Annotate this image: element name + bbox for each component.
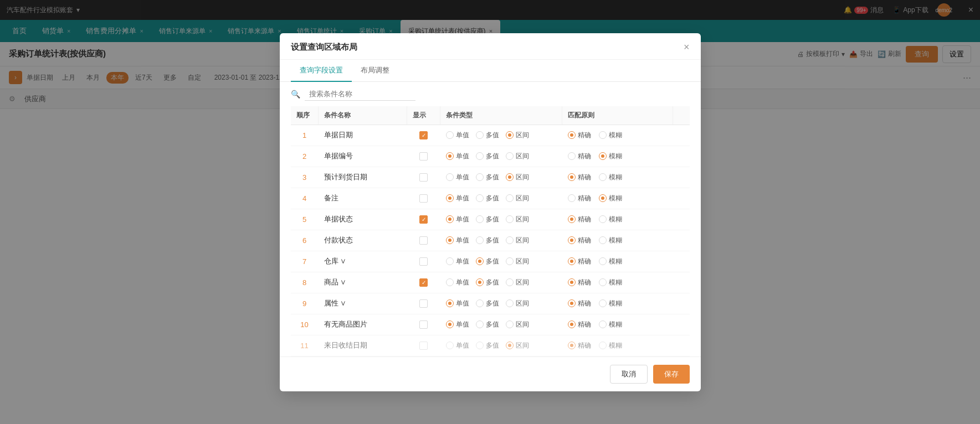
radio-range-11[interactable]: 区间: [506, 341, 529, 350]
radio-multi-6[interactable]: 多值: [476, 236, 499, 245]
radio-multi-3[interactable]: 多值: [476, 173, 499, 182]
radio-fuzzy-6[interactable]: 模糊: [599, 236, 622, 245]
col-header-type: 条件类型: [440, 106, 562, 125]
radio-range-6[interactable]: 区间: [506, 236, 529, 245]
col-header-order: 顺序: [291, 106, 319, 125]
radio-single-9[interactable]: 单值: [446, 299, 469, 308]
radio-fuzzy-4[interactable]: 模糊: [599, 194, 622, 203]
radio-range-10[interactable]: 区间: [506, 320, 529, 329]
cancel-btn[interactable]: 取消: [610, 365, 648, 384]
radio-exact-7[interactable]: 精确: [568, 257, 591, 266]
radio-exact-8[interactable]: 精确: [568, 278, 591, 287]
radio-fuzzy-10[interactable]: 模糊: [599, 320, 622, 329]
checkbox-5[interactable]: [419, 215, 428, 224]
radio-multi-9[interactable]: 多值: [476, 299, 499, 308]
dialog-header: 设置查询区域布局 ×: [280, 33, 701, 60]
radio-fuzzy-11[interactable]: 模糊: [599, 341, 622, 350]
table-row: 2 单据编号 单值 多值 区间 精确 模糊: [291, 146, 690, 167]
row-name-1: 单据日期: [319, 127, 407, 143]
checkbox-3[interactable]: [419, 173, 428, 182]
radio-range-1[interactable]: 区间: [506, 131, 529, 140]
radio-fuzzy-3[interactable]: 模糊: [599, 173, 622, 182]
row-match-2: 精确 模糊: [562, 148, 673, 164]
row-order-8: 8: [291, 275, 319, 290]
row-name-11: 来日收结日期: [319, 337, 407, 354]
radio-range-8[interactable]: 区间: [506, 278, 529, 287]
radio-single-10[interactable]: 单值: [446, 320, 469, 329]
search-input[interactable]: [305, 87, 415, 101]
row-order-10: 10: [291, 317, 319, 332]
row-order-7: 7: [291, 254, 319, 269]
radio-single-3[interactable]: 单值: [446, 173, 469, 182]
radio-single-4[interactable]: 单值: [446, 194, 469, 203]
radio-multi-10[interactable]: 多值: [476, 320, 499, 329]
radio-range-2[interactable]: 区间: [506, 152, 529, 161]
row-type-11: 单值 多值 区间: [440, 338, 562, 354]
save-btn[interactable]: 保存: [653, 365, 690, 384]
row-display-4: [407, 191, 440, 206]
row-type-6: 单值 多值 区间: [440, 232, 562, 249]
checkbox-2[interactable]: [419, 152, 428, 161]
radio-multi-8[interactable]: 多值: [476, 278, 499, 287]
radio-single-2[interactable]: 单值: [446, 152, 469, 161]
table-row: 11 来日收结日期 单值 多值 区间 精确 模糊: [291, 335, 690, 356]
checkbox-7[interactable]: [419, 257, 428, 266]
radio-single-5[interactable]: 单值: [446, 215, 469, 224]
radio-fuzzy-2[interactable]: 模糊: [599, 152, 622, 161]
row-display-9: [407, 296, 440, 311]
radio-single-11[interactable]: 单值: [446, 341, 469, 350]
radio-fuzzy-5[interactable]: 模糊: [599, 215, 622, 224]
row-match-6: 精确 模糊: [562, 232, 673, 249]
radio-multi-5[interactable]: 多值: [476, 215, 499, 224]
radio-fuzzy-8[interactable]: 模糊: [599, 278, 622, 287]
radio-range-3[interactable]: 区间: [506, 173, 529, 182]
checkbox-6[interactable]: [419, 236, 428, 245]
dialog-close-btn[interactable]: ×: [684, 42, 690, 52]
row-match-8: 精确 模糊: [562, 275, 673, 291]
radio-single-6[interactable]: 单值: [446, 236, 469, 245]
radio-exact-1[interactable]: 精确: [568, 131, 591, 140]
row-display-1: [407, 128, 440, 143]
radio-range-4[interactable]: 区间: [506, 194, 529, 203]
checkbox-9[interactable]: [419, 299, 428, 308]
dialog-title: 设置查询区域布局: [291, 42, 357, 53]
radio-exact-10[interactable]: 精确: [568, 320, 591, 329]
row-order-5: 5: [291, 212, 319, 227]
radio-exact-6[interactable]: 精确: [568, 236, 591, 245]
table-row: 9 属性 ∨ 单值 多值 区间 精确 模糊: [291, 293, 690, 314]
row-display-2: [407, 149, 440, 164]
row-display-3: [407, 170, 440, 185]
radio-range-7[interactable]: 区间: [506, 257, 529, 266]
radio-multi-2[interactable]: 多值: [476, 152, 499, 161]
radio-exact-4[interactable]: 精确: [568, 194, 591, 203]
row-order-1: 1: [291, 128, 319, 143]
radio-exact-5[interactable]: 精确: [568, 215, 591, 224]
tab-fields[interactable]: 查询字段设置: [291, 60, 352, 82]
radio-multi-1[interactable]: 多值: [476, 131, 499, 140]
row-name-4: 备注: [319, 190, 407, 206]
radio-multi-11[interactable]: 多值: [476, 341, 499, 350]
checkbox-10[interactable]: [419, 320, 428, 329]
radio-multi-4[interactable]: 多值: [476, 194, 499, 203]
radio-exact-11[interactable]: 精确: [568, 341, 591, 350]
radio-fuzzy-7[interactable]: 模糊: [599, 257, 622, 266]
row-match-3: 精确 模糊: [562, 169, 673, 185]
radio-exact-9[interactable]: 精确: [568, 299, 591, 308]
checkbox-4[interactable]: [419, 194, 428, 203]
checkbox-8[interactable]: [419, 278, 428, 287]
row-display-6: [407, 233, 440, 248]
checkbox-1[interactable]: [419, 131, 428, 139]
radio-single-1[interactable]: 单值: [446, 131, 469, 140]
radio-single-8[interactable]: 单值: [446, 278, 469, 287]
tab-layout[interactable]: 布局调整: [352, 60, 398, 82]
checkbox-11[interactable]: [419, 342, 428, 350]
search-icon: 🔍: [291, 90, 300, 99]
radio-exact-2[interactable]: 精确: [568, 152, 591, 161]
radio-multi-7[interactable]: 多值: [476, 257, 499, 266]
radio-single-7[interactable]: 单值: [446, 257, 469, 266]
radio-fuzzy-9[interactable]: 模糊: [599, 299, 622, 308]
radio-exact-3[interactable]: 精确: [568, 173, 591, 182]
radio-range-5[interactable]: 区间: [506, 215, 529, 224]
radio-fuzzy-1[interactable]: 模糊: [599, 131, 622, 140]
radio-range-9[interactable]: 区间: [506, 299, 529, 308]
